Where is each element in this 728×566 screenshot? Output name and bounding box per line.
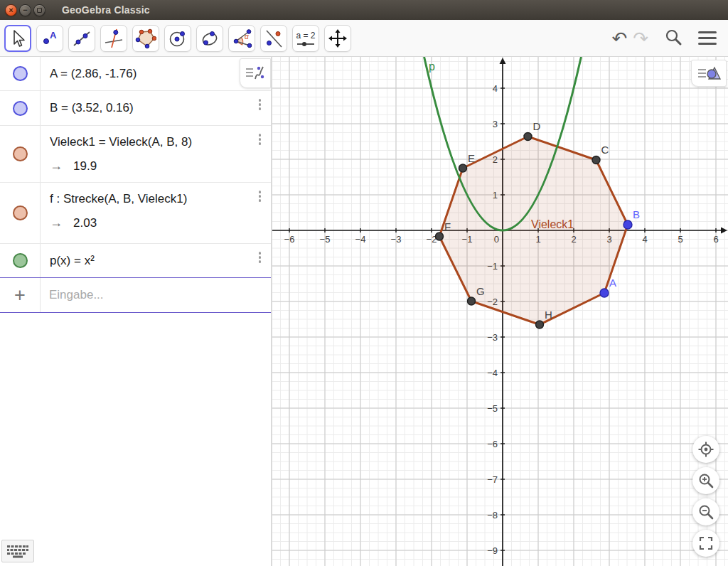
tool-line[interactable] [68, 25, 95, 52]
expression-A: A = (2.86, -1.76) [50, 67, 136, 81]
standard-view-button[interactable] [692, 436, 719, 463]
toolbar: A [0, 20, 728, 57]
angle-tool-icon: α [231, 28, 252, 49]
menu-icon[interactable] [698, 31, 717, 45]
point-label-D: D [533, 120, 541, 132]
add-expression-icon[interactable]: + [14, 286, 26, 305]
point-B[interactable] [623, 220, 632, 229]
row-menu-icon[interactable] [257, 132, 263, 146]
visibility-toggle-p[interactable] [13, 253, 28, 268]
algebra-row-A[interactable]: A = (2.86, -1.76) [0, 57, 271, 91]
expression-B: B = (3.52, 0.16) [50, 101, 134, 115]
svg-text:−4: −4 [487, 368, 498, 378]
point-H [536, 321, 544, 329]
svg-text:−4: −4 [355, 234, 366, 245]
visibility-toggle-A[interactable] [13, 66, 28, 81]
point-label-G: G [476, 285, 485, 297]
svg-text:−3: −3 [487, 332, 498, 343]
move-cursor-icon [7, 28, 28, 49]
row-menu-icon[interactable] [257, 97, 263, 112]
keyboard-icon [6, 544, 29, 558]
point-G [468, 297, 476, 305]
point-D [524, 133, 532, 141]
visibility-toggle-B[interactable] [13, 101, 28, 116]
standard-view-icon [697, 441, 714, 458]
window-minimize-icon[interactable]: − [19, 4, 31, 16]
row-gutter [0, 91, 41, 125]
point-E [459, 164, 467, 172]
tool-circle-with-center[interactable] [164, 25, 191, 52]
visibility-toggle-f[interactable] [13, 205, 28, 220]
svg-text:−6: −6 [487, 439, 498, 449]
window-title: GeoGebra Classic [62, 4, 150, 16]
slider-label: a = 2 [296, 31, 315, 41]
point-label-A: A [609, 277, 616, 289]
svg-text:A: A [50, 30, 57, 41]
circle-tool-icon [167, 28, 188, 49]
title-bar: × − GeoGebra Classic [0, 0, 728, 20]
undo-icon[interactable]: ↶ [611, 29, 627, 48]
tool-reflect-about-line[interactable] [260, 25, 287, 52]
svg-text:−5: −5 [487, 403, 498, 414]
value-f: 2.03 [73, 216, 97, 230]
row-gutter [0, 57, 41, 90]
maximize-square-icon [37, 8, 42, 13]
window-maximize-icon[interactable] [33, 4, 46, 16]
window-close-icon[interactable]: × [5, 4, 17, 16]
redo-icon[interactable]: ↷ [633, 29, 648, 48]
algebra-view: A = (2.86, -1.76) B = (3.52, 0.16) Viele… [0, 57, 271, 566]
tool-point[interactable]: A [36, 25, 63, 52]
slider-tool-icon: a = 2 [296, 31, 315, 45]
fullscreen-icon [698, 535, 714, 551]
graphics-stylebar-button[interactable] [691, 60, 727, 87]
output-arrow: → [50, 159, 63, 173]
tool-ellipse[interactable] [196, 25, 223, 52]
svg-text:4: 4 [642, 234, 647, 245]
tool-angle[interactable]: α [228, 25, 255, 52]
virtual-keyboard-toggle[interactable] [1, 540, 34, 562]
coordinate-plot[interactable]: −6−5−4−3−2−101234564321−1−2−3−4−5−6−7−8−… [272, 57, 728, 566]
zoom-in-button[interactable] [692, 467, 719, 494]
slider-handle [302, 42, 306, 46]
move-view-icon [327, 28, 348, 49]
algebra-input-row: + [0, 277, 271, 313]
point-C [592, 156, 600, 164]
row-gutter [0, 183, 41, 243]
algebra-style-icon [244, 64, 267, 82]
output-arrow: → [50, 215, 63, 230]
tool-move[interactable] [4, 25, 31, 52]
polygon-tool-icon [135, 28, 156, 49]
graphics-view[interactable]: −6−5−4−3−2−101234564321−1−2−3−4−5−6−7−8−… [272, 57, 728, 566]
value-Vieleck1: 19.9 [73, 159, 97, 173]
zoom-out-button[interactable] [692, 498, 719, 525]
tool-move-graphics-view[interactable] [324, 25, 351, 52]
algebra-input[interactable] [41, 288, 259, 302]
tool-slider[interactable]: a = 2 [292, 25, 319, 52]
svg-text:α: α [245, 33, 249, 41]
svg-text:3: 3 [493, 119, 498, 129]
point-A[interactable] [600, 289, 609, 297]
tool-perpendicular-line[interactable] [100, 25, 127, 52]
expression-Vieleck1: Vieleck1 = Vieleck(A, B, 8) [50, 135, 271, 149]
row-menu-icon[interactable] [257, 250, 263, 265]
svg-text:−3: −3 [391, 234, 402, 245]
algebra-row-B[interactable]: B = (3.52, 0.16) [0, 91, 271, 126]
expression-p: p(x) = x² [50, 254, 95, 268]
tool-polygon[interactable] [132, 25, 159, 52]
algebra-stylebar-button[interactable] [240, 58, 271, 88]
polygon-label: Vieleck1 [531, 218, 574, 230]
visibility-toggle-Vieleck1[interactable] [13, 146, 28, 161]
algebra-row-Vieleck1[interactable]: Vieleck1 = Vieleck(A, B, 8) →19.9 [0, 126, 271, 183]
row-menu-icon[interactable] [257, 189, 263, 203]
perpendicular-line-icon [103, 28, 124, 49]
point-label-H: H [545, 309, 552, 321]
algebra-row-f[interactable]: f : Strecke(A, B, Vieleck1) →2.03 [0, 183, 271, 244]
point-tool-icon: A [39, 28, 60, 49]
search-icon[interactable] [664, 28, 682, 49]
algebra-row-p[interactable]: p(x) = x² [0, 244, 271, 277]
line-tool-icon [71, 28, 92, 49]
svg-text:5: 5 [678, 234, 682, 245]
polygon-Vieleck1[interactable] [439, 137, 628, 325]
fullscreen-button[interactable] [692, 530, 719, 557]
row-gutter [0, 126, 41, 182]
